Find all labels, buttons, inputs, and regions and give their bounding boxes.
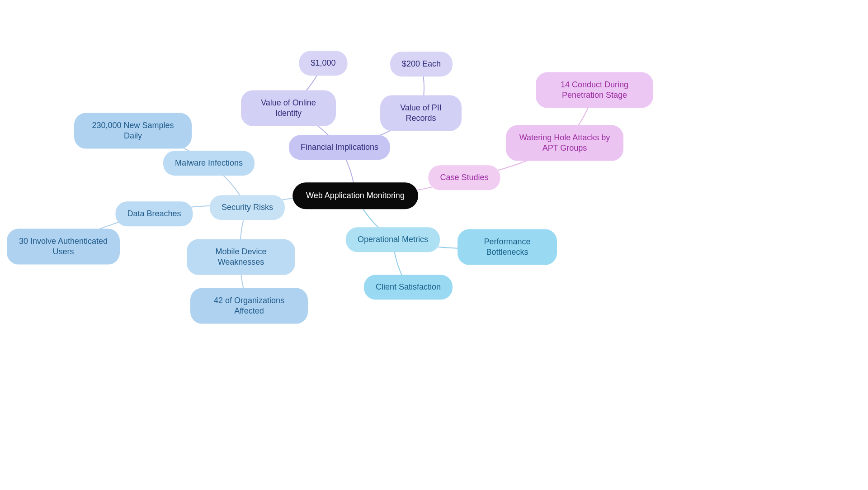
node-watering-hole[interactable]: Watering Hole Attacks by APT Groups: [506, 125, 623, 161]
node-data-breaches-stat[interactable]: 30 Involve Authenticated Users: [7, 229, 120, 265]
node-mobile-stat[interactable]: 42 of Organizations Affected: [190, 288, 308, 324]
node-security-risks[interactable]: Security Risks: [210, 195, 285, 220]
node-malware[interactable]: Malware Infections: [163, 151, 255, 176]
node-mobile[interactable]: Mobile Device Weaknesses: [187, 239, 295, 275]
node-performance[interactable]: Performance Bottlenecks: [458, 229, 557, 265]
node-watering-stat[interactable]: 14 Conduct During Penetration Stage: [536, 72, 653, 108]
node-operational[interactable]: Operational Metrics: [346, 227, 440, 252]
node-case-studies[interactable]: Case Studies: [428, 165, 500, 190]
node-identity-val[interactable]: $1,000: [299, 51, 347, 76]
node-malware-stat[interactable]: 230,000 New Samples Daily: [74, 113, 192, 149]
node-data-breaches[interactable]: Data Breaches: [115, 201, 193, 226]
node-identity[interactable]: Value of Online Identity: [241, 90, 336, 126]
mindmap-canvas[interactable]: Web Application Monitoring Security Risk…: [0, 0, 868, 490]
node-pii[interactable]: Value of PII Records: [380, 95, 462, 131]
node-client-satisfaction[interactable]: Client Satisfaction: [364, 275, 453, 300]
node-pii-val[interactable]: $200 Each: [390, 52, 453, 76]
node-financial[interactable]: Financial Implications: [289, 135, 390, 160]
node-root[interactable]: Web Application Monitoring: [292, 182, 418, 209]
